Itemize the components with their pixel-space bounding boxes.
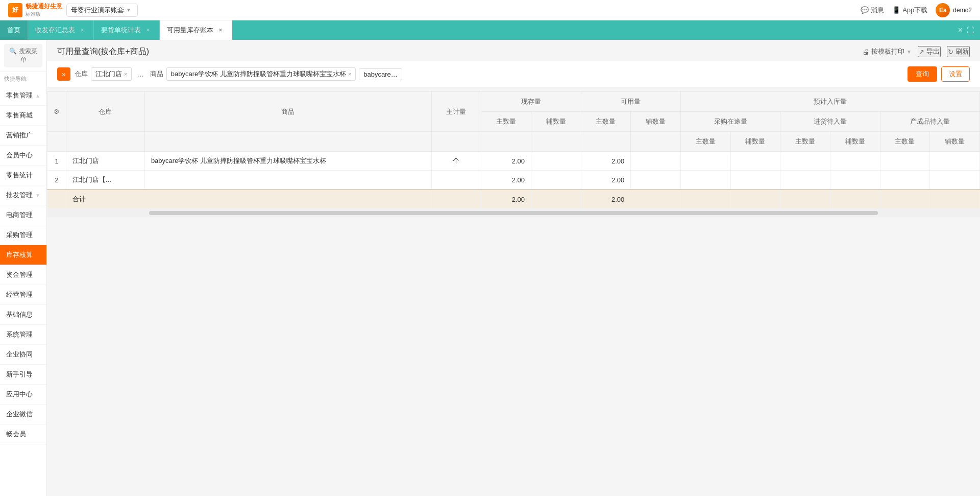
app-download-btn[interactable]: 📱 App下载 <box>892 6 927 15</box>
sidebar-item-ecommerce[interactable]: 电商管理 <box>0 205 46 225</box>
tab-expand-icon[interactable]: ⛶ <box>967 26 974 34</box>
tab-available-close-icon[interactable]: × <box>216 26 225 34</box>
sidebar-item-retail-mgmt-label: 零售管理 <box>6 91 33 100</box>
sidebar-item-retail-mgmt[interactable]: 零售管理 ▲ <box>0 86 46 106</box>
sidebar-item-finance[interactable]: 资金管理 <box>0 265 46 285</box>
message-icon: 💬 <box>861 6 869 14</box>
tab-receive[interactable]: 收发存汇总表 × <box>28 20 94 40</box>
sidebar-item-inventory[interactable]: 库存核算 <box>0 245 46 265</box>
sidebar-item-appstore[interactable]: 应用中心 <box>0 385 46 405</box>
search-menu-btn[interactable]: 🔍 搜索菜单 <box>4 44 42 67</box>
td-available-aux-2 <box>631 171 681 190</box>
sidebar-item-purchase-label: 采购管理 <box>6 230 33 240</box>
td-incoming-aux-2 <box>830 171 880 190</box>
sidebar-item-vip[interactable]: 畅会员 <box>0 424 46 444</box>
sidebar: 🔍 搜索菜单 快捷导航 零售管理 ▲ 零售商城 营销推广 会员中心 零售统计 批… <box>0 40 47 496</box>
user-area[interactable]: Ea demo2 <box>936 3 972 17</box>
sidebar-item-purchase[interactable]: 采购管理 <box>0 225 46 245</box>
sidebar-item-retail-mall-label: 零售商城 <box>6 111 33 120</box>
td-footer-stock-main: 2.00 <box>481 190 531 209</box>
td-purchase-transit-main-1 <box>680 152 730 171</box>
refresh-btn[interactable]: ↻ 刷新 <box>947 46 970 57</box>
template-print-label: 按模板打印 <box>871 47 904 56</box>
warehouse-filter-tag[interactable]: 江北门店 × <box>91 67 132 81</box>
sidebar-item-basic-label: 基础信息 <box>6 310 33 319</box>
td-footer-p2 <box>730 190 780 209</box>
tab-receive-close-icon[interactable]: × <box>78 26 86 34</box>
product-filter-tag1[interactable]: babycare学饮杯 儿童防摔防撞吸管杯重力球吸嘴杯宝宝水杯 × <box>166 67 356 81</box>
td-available-aux-1 <box>631 152 681 171</box>
sidebar-item-basic[interactable]: 基础信息 <box>0 305 46 325</box>
td-warehouse-1: 江北门店 <box>66 152 145 171</box>
sidebar-item-ecommerce-label: 电商管理 <box>6 210 33 220</box>
td-stock-main-2: 2.00 <box>481 171 531 190</box>
sidebar-item-wholesale-mgmt[interactable]: 批发管理 ▼ <box>0 185 46 205</box>
sidebar-item-member[interactable]: 会员中心 <box>0 146 46 166</box>
warehouse-filter-label: 仓库 <box>75 69 88 79</box>
tab-close-all-icon[interactable]: × <box>958 26 963 35</box>
warehouse-filter-more-icon[interactable]: ... <box>135 69 145 79</box>
th-purchase-transit-group: 采购在途量 <box>680 112 780 132</box>
tenant-selector[interactable]: 母婴行业演示账套 ▼ <box>66 4 138 17</box>
product-filter-label: 商品 <box>150 69 163 79</box>
refresh-label: 刷新 <box>955 47 969 56</box>
sidebar-item-retail-stat[interactable]: 零售统计 <box>0 166 46 185</box>
sidebar-item-system[interactable]: 系统管理 <box>0 325 46 345</box>
td-production-main-1 <box>880 152 930 171</box>
td-footer-p3 <box>780 190 830 209</box>
sidebar-item-retail-stat-label: 零售统计 <box>6 171 33 180</box>
td-available-main-1: 2.00 <box>581 152 631 171</box>
td-footer-available-aux <box>631 190 681 209</box>
td-footer-empty <box>47 190 66 209</box>
sidebar-item-retail-mall[interactable]: 零售商城 <box>0 106 46 126</box>
sidebar-item-newbie[interactable]: 新手引导 <box>0 365 46 385</box>
export-btn[interactable]: ↗ 导出 <box>918 46 941 57</box>
filter-expand-btn[interactable]: » <box>57 67 70 81</box>
sidebar-item-wholesale-mgmt-label: 批发管理 <box>6 191 33 200</box>
th-stock-group: 现存量 <box>481 92 581 112</box>
logo-icon: 好 <box>8 3 22 17</box>
th-empty5 <box>481 132 531 152</box>
template-print-btn[interactable]: 🖨 按模板打印 ▼ <box>863 47 912 56</box>
horizontal-scrollbar[interactable] <box>47 209 980 217</box>
product-tag1-close-icon[interactable]: × <box>348 71 351 77</box>
td-unit-2 <box>431 171 481 190</box>
product-tag2-value: babycare… <box>363 70 397 78</box>
query-btn[interactable]: 查询 <box>908 66 937 82</box>
message-btn[interactable]: 💬 消息 <box>861 6 884 15</box>
filter-area: » 仓库 江北门店 × ... 商品 babycare学饮杯 儿童防摔防撞吸管杯… <box>47 61 980 87</box>
avatar: Ea <box>936 3 950 17</box>
warehouse-tag-close-icon[interactable]: × <box>124 71 127 77</box>
tab-home[interactable]: 首页 <box>0 20 28 40</box>
td-production-aux-1 <box>930 152 980 171</box>
tenant-chevron-icon: ▼ <box>126 7 131 13</box>
top-bar-right: 💬 消息 📱 App下载 Ea demo2 <box>861 3 972 17</box>
sidebar-item-marketing-label: 营销推广 <box>6 131 33 140</box>
sidebar-item-wxwork[interactable]: 企业微信 <box>0 405 46 424</box>
th-empty3 <box>144 132 431 152</box>
tab-order-close-icon[interactable]: × <box>144 26 152 34</box>
th-settings[interactable]: ⚙ <box>47 92 66 132</box>
sidebar-search-area: 🔍 搜索菜单 <box>0 40 46 72</box>
th-incoming-group: 进货待入量 <box>780 112 880 132</box>
sidebar-item-marketing[interactable]: 营销推广 <box>0 126 46 146</box>
settings-btn[interactable]: 设置 <box>941 66 970 82</box>
tab-available-label: 可用量库存账本 <box>167 26 213 35</box>
th-purchase-transit-aux: 辅数量 <box>730 132 780 152</box>
tab-available[interactable]: 可用量库存账本 × <box>160 20 232 40</box>
expand-icon: ▲ <box>35 93 40 99</box>
product-filter-tag2[interactable]: babycare… <box>359 68 402 80</box>
tab-home-label: 首页 <box>7 26 20 35</box>
td-purchase-transit-main-2 <box>680 171 730 190</box>
scrollbar-thumb[interactable] <box>149 211 878 215</box>
th-stock-aux: 辅数量 <box>531 112 581 132</box>
sidebar-item-vip-label: 畅会员 <box>6 430 26 439</box>
tab-order[interactable]: 要货单统计表 × <box>94 20 160 40</box>
user-name: demo2 <box>953 7 972 14</box>
logo-text: 畅捷通好生意 标准版 <box>26 3 62 17</box>
sidebar-item-operations[interactable]: 经营管理 <box>0 285 46 305</box>
th-empty <box>47 132 66 152</box>
sidebar-item-enterprise[interactable]: 企业协同 <box>0 345 46 365</box>
app-download-label: App下载 <box>902 6 927 15</box>
th-purchase-transit-main: 主数量 <box>680 132 730 152</box>
